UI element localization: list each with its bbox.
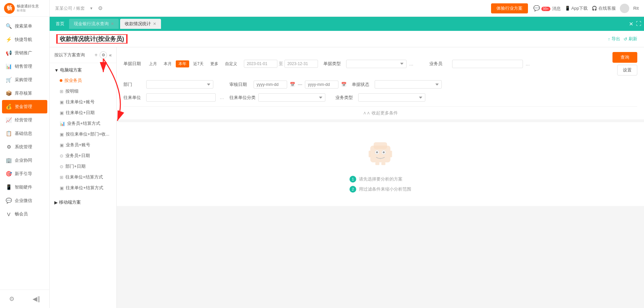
user-avatar[interactable] — [620, 4, 629, 13]
counterpart-input[interactable] — [146, 93, 216, 102]
svg-point-5 — [383, 151, 385, 153]
tab-maximize-btn[interactable]: ⛶ — [636, 21, 641, 27]
notification-area: 💬 99+ 消息 📱 App下载 🎧 在线客服 Rit — [533, 4, 639, 13]
export-icon: ↑ — [608, 37, 610, 42]
salesman-more-icon[interactable]: … — [526, 61, 530, 66]
review-date-from-input[interactable] — [254, 81, 287, 89]
nav-label-basic: 基础信息 — [15, 131, 32, 137]
tab-home[interactable]: 首页 — [52, 19, 68, 29]
calendar-icon-to[interactable]: 📅 — [341, 82, 346, 87]
date-btn-last-month[interactable]: 上月 — [146, 60, 160, 67]
business-type-label: 业务类型 — [335, 95, 356, 101]
scheme-add-icon[interactable]: + — [95, 52, 98, 58]
scheme-item-salesman-date[interactable]: ⊙ 业务员+日期 — [50, 150, 116, 161]
app-download-btn[interactable]: 📱 App下载 — [565, 5, 588, 11]
desktop-scheme-group-header[interactable]: ▼ 电脑端方案 — [50, 65, 116, 75]
trial-button[interactable]: 体验行业方案 — [491, 3, 528, 13]
scheme-item-dept-date[interactable]: ⊙ 部门+日期 — [50, 161, 116, 172]
business-type-select[interactable] — [358, 93, 425, 102]
sidebar-item-enterprise[interactable]: 🏢企业协同 — [0, 154, 49, 167]
scheme-item-unit-settle1[interactable]: ⊞ 往来单位+结算方式 — [50, 172, 116, 183]
scheme-item-unit-date[interactable]: ▣ 往来单位+日期 — [50, 107, 116, 118]
sidebar-item-operation[interactable]: 📈经营管理 — [0, 113, 49, 127]
collapse-sidebar-icon[interactable]: ◀‖ — [31, 293, 42, 305]
date-btn-this-year[interactable]: 本年 — [176, 60, 189, 67]
query-button[interactable]: 查询 — [612, 52, 637, 63]
scheme-active-indicator — [60, 79, 62, 82]
sidebar-item-finance[interactable]: 💰资金管理 — [2, 100, 47, 113]
sidebar-item-purchase[interactable]: 🛒采购管理 — [0, 73, 49, 87]
export-button[interactable]: ↑ 导出 — [608, 36, 621, 42]
sidebar-item-wechat[interactable]: 💬企业微信 — [0, 194, 49, 207]
set-button[interactable]: 设置 — [617, 65, 637, 75]
sidebar-item-guide[interactable]: 🎯新手引导 — [0, 167, 49, 181]
review-date-to-input[interactable] — [305, 81, 338, 89]
scheme-item-by-detail[interactable]: ⊞ 按明细 — [50, 86, 116, 97]
salesman-input[interactable] — [452, 60, 523, 68]
collapse-bar[interactable]: ∧∧ 收起更多条件 — [123, 106, 637, 119]
scheme-icon-clock1: ⊙ — [60, 153, 63, 158]
scheme-collapse-icon[interactable]: « — [109, 52, 112, 58]
settings-icon[interactable]: ⚙ — [98, 5, 103, 11]
date-btn-this-month[interactable]: 本月 — [161, 60, 174, 67]
date-btn-7days[interactable]: 近7天 — [191, 60, 206, 67]
tip-num-2: 2 — [350, 186, 356, 193]
sidebar-item-basic[interactable]: 📋基础信息 — [0, 127, 49, 140]
tip-num-1: 1 — [350, 176, 356, 183]
tab-bank-flow-close[interactable]: ✕ — [111, 21, 114, 26]
collapse-icon: ∧∧ — [363, 110, 370, 115]
breadcrumb-dropdown-icon[interactable]: ▾ — [90, 6, 93, 11]
tab-bank-flow[interactable]: 现金银行流水查询 ✕ — [69, 19, 119, 29]
doc-type-more-icon[interactable]: … — [409, 61, 414, 66]
top-bar: 某某公司 / 账套 ▾ ⚙ 体验行业方案 💬 99+ 消息 📱 App下载 — [50, 0, 644, 17]
sidebar-item-hardware[interactable]: 📱智能硬件 — [0, 181, 49, 194]
scheme-icon-chart: 📊 — [60, 121, 65, 126]
dept-select[interactable] — [146, 80, 213, 89]
mobile-expand-icon: ▶ — [54, 200, 58, 205]
tab-bar-right: ✕ ⛶ — [629, 21, 641, 27]
refresh-button[interactable]: ↺ 刷新 — [624, 36, 637, 42]
scheme-item-salesman-settle[interactable]: 📊 业务员+结算方式 — [50, 118, 116, 129]
scheme-item-unit-account[interactable]: ▣ 往来单位+账号 — [50, 97, 116, 107]
mobile-scheme-group-header[interactable]: ▶ 移动端方案 — [50, 197, 116, 207]
date-from-input[interactable] — [244, 60, 277, 68]
doc-type-select[interactable] — [346, 60, 407, 68]
sidebar: 畅 畅捷通好生意 标准版 🔍搜索菜单⚡快捷导航📢营销推广📊销售管理🛒采购管理📦库… — [0, 0, 50, 308]
nav-icon-quick-nav: ⚡ — [5, 36, 12, 43]
scheme-item-by-salesman[interactable]: 按业务员 — [50, 75, 116, 86]
logo-icon: 畅 — [4, 3, 15, 14]
sidebar-item-marketing[interactable]: 📢营销推广 — [0, 46, 49, 60]
filter-doc-status-item: 单据状态 — [352, 80, 452, 89]
svg-rect-1 — [374, 142, 387, 149]
sidebar-bottom: ⚙ ◀‖ — [0, 290, 49, 308]
sidebar-item-inventory[interactable]: 📦库存核算 — [0, 87, 49, 100]
scheme-item-unit-dept[interactable]: ▣ 按往来单位+部门+收... — [50, 129, 116, 140]
scheme-item-label: 业务员+账号 — [66, 142, 90, 148]
settings-bottom-icon[interactable]: ⚙ — [7, 293, 16, 305]
sidebar-item-member[interactable]: V畅会员 — [0, 207, 49, 221]
sidebar-item-search[interactable]: 🔍搜索菜单 — [0, 19, 49, 33]
doc-status-select[interactable] — [375, 80, 442, 89]
tip-text-1: 请先选择要分析的方案 — [359, 176, 402, 182]
date-input-group: 至 — [244, 60, 318, 68]
scheme-item-salesman-account[interactable]: ▣ 业务员+账号 — [50, 140, 116, 150]
sidebar-item-system[interactable]: ⚙系统管理 — [0, 140, 49, 154]
date-to-input[interactable] — [284, 60, 318, 68]
counterpart-more-icon[interactable]: … — [220, 95, 224, 100]
tab-collection-stat-close[interactable]: ✕ — [153, 21, 156, 26]
page-header: 收款情况统计(按业务员) ↑ 导出 ↺ 刷新 — [50, 31, 644, 47]
scheme-item-unit-settle2[interactable]: ▣ 往来单位+结算方式 — [50, 183, 116, 193]
tab-collection-stat[interactable]: 收款情况统计 ✕ — [120, 19, 161, 29]
calendar-icon-from[interactable]: 📅 — [290, 82, 295, 87]
date-btn-more[interactable]: 更多 — [208, 60, 221, 67]
sidebar-item-sales[interactable]: 📊销售管理 — [0, 60, 49, 73]
date-btn-custom[interactable]: 自定义 — [222, 60, 240, 67]
scheme-settings-icon[interactable]: ⚙ — [100, 51, 107, 59]
sidebar-item-quick-nav[interactable]: ⚡快捷导航 — [0, 33, 49, 46]
counterpart-category-select[interactable] — [258, 93, 325, 102]
tab-close-all-btn[interactable]: ✕ — [629, 21, 633, 27]
filter-business-type-item: 业务类型 — [335, 93, 436, 102]
notification-icon[interactable]: 💬 99+ 消息 — [533, 5, 561, 12]
nav-icon-basic: 📋 — [5, 130, 12, 137]
online-service-btn[interactable]: 🎧 在线客服 — [592, 5, 616, 11]
